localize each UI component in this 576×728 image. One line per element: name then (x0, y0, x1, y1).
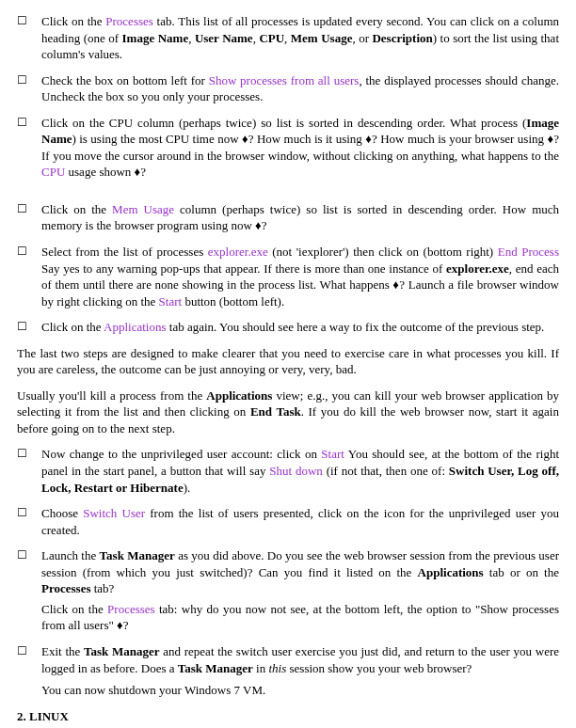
processes-link[interactable]: Processes (105, 14, 153, 28)
bold-text: User Name (195, 31, 253, 45)
checkbox-icon: ☐ (17, 244, 30, 309)
text: button (bottom left). (182, 294, 284, 309)
bullet-2: ☐ Check the box on bottom left for Show … (17, 72, 559, 105)
show-all-users-link[interactable]: Show processes from all users (209, 73, 360, 87)
checkbox-icon: ☐ (17, 319, 30, 336)
text: , (188, 31, 195, 45)
checkbox-icon: ☐ (17, 13, 30, 63)
bold-text: Image Name (122, 31, 189, 45)
bullet-10: ☐ Exit the Task Manager and repeat the s… (17, 643, 559, 699)
bullet-text: Click on the CPU column (perhaps twice) … (41, 115, 559, 181)
processes-link[interactable]: Processes (107, 602, 155, 616)
text: tab? (90, 581, 114, 595)
text: usage shown (65, 165, 134, 179)
text: Say yes to any warning pop-ups that appe… (41, 261, 446, 276)
bullet-text: Click on the Processes tab. This list of… (41, 13, 559, 63)
end-process-link[interactable]: End Process (498, 245, 559, 259)
bold-text: CPU (259, 31, 284, 45)
bullet-3: ☐ Click on the CPU column (perhaps twice… (17, 115, 559, 181)
switch-user-link[interactable]: Switch User (83, 506, 145, 520)
text: Click on the (41, 202, 112, 216)
checkbox-icon: ☐ (17, 115, 30, 181)
checkbox-icon: ☐ (17, 201, 30, 234)
bullet-text: Select from the list of processes explor… (41, 244, 559, 309)
text: Click on the (41, 320, 104, 334)
text: (if not that, then one of: (323, 464, 449, 478)
paragraph: The last two steps are designed to make … (17, 345, 559, 378)
text: ? (140, 165, 146, 179)
text: Launch the (41, 548, 100, 562)
explorer-link[interactable]: explorer.exe (208, 245, 268, 259)
text: ? (262, 218, 267, 232)
bold-text: Applications (418, 565, 484, 579)
bold-text: explorer.exe (446, 261, 509, 276)
text: in (253, 661, 269, 675)
text: tab or on the (484, 565, 559, 579)
text: tab again. You should see here a way to … (167, 320, 545, 334)
text: Choose (41, 506, 83, 520)
checkbox-icon: ☐ (17, 643, 30, 699)
diamond-icon: ♦ (242, 132, 248, 146)
mem-usage-link[interactable]: Mem Usage (112, 202, 174, 216)
bullet-text: Click on the Mem Usage column (perhaps t… (41, 201, 559, 234)
text: ) is using the most CPU time now (72, 132, 242, 146)
bold-text: Task Manager (100, 548, 175, 562)
text: , or (352, 31, 372, 45)
bullet-text: Now change to the unprivileged user acco… (41, 446, 559, 496)
bullet-5: ☐ Select from the list of processes expl… (17, 244, 559, 309)
text: Select from the list of processes (41, 245, 208, 259)
bold-text: Task Manager (84, 644, 160, 658)
bullet-text: Choose Switch User from the list of user… (41, 505, 559, 538)
bold-text: Mem Usage (291, 31, 353, 45)
bullet-7: ☐ Now change to the unprivileged user ac… (17, 446, 559, 496)
diamond-icon: ♦ (117, 618, 123, 632)
bullet-8: ☐ Choose Switch User from the list of us… (17, 505, 559, 538)
checkbox-icon: ☐ (17, 547, 30, 634)
bold-text: Task Manager (178, 661, 253, 675)
bullet-4: ☐ Click on the Mem Usage column (perhaps… (17, 201, 559, 234)
text: ). (184, 481, 191, 495)
checkbox-icon: ☐ (17, 446, 30, 496)
text: Exit the (41, 644, 84, 658)
applications-link[interactable]: Applications (104, 320, 166, 334)
checkbox-icon: ☐ (17, 505, 30, 538)
text: Now change to the unprivileged user acco… (41, 447, 321, 461)
text: Check the box on bottom left for (41, 73, 209, 87)
text: Click on the (41, 14, 105, 28)
section-heading-linux: 2. LINUX (17, 708, 559, 725)
bullet-text: Click on the Applications tab again. You… (41, 319, 559, 336)
bold-text: Processes (41, 581, 90, 595)
text: ? How much is it using (248, 132, 365, 146)
bullet-9: ☐ Launch the Task Manager as you did abo… (17, 547, 559, 634)
bullet-text: Exit the Task Manager and repeat the swi… (41, 643, 559, 699)
text: session show you your web browser? (286, 661, 472, 675)
text: Click on the (41, 602, 107, 616)
text: You can now shutdown your Windows 7 VM. (41, 683, 265, 697)
bold-text: Description (372, 31, 432, 45)
text: ? (123, 618, 129, 632)
cpu-link[interactable]: CPU (41, 165, 65, 179)
text: , (284, 31, 291, 45)
start-link[interactable]: Start (159, 294, 183, 309)
text: ? How much is your browser using (372, 132, 547, 146)
bullet-text: Launch the Task Manager as you did above… (41, 547, 559, 634)
bold-text: Applications (206, 388, 272, 403)
text: (not 'iexplorer') then click on (bottom … (268, 245, 498, 259)
checkbox-icon: ☐ (17, 72, 30, 105)
paragraph: Usually you'll kill a process from the A… (17, 388, 559, 437)
bold-text: End Task (250, 404, 301, 419)
start-link[interactable]: Start (321, 447, 344, 461)
diamond-icon: ♦ (255, 218, 262, 232)
bullet-text: Check the box on bottom left for Show pr… (41, 72, 559, 105)
text: Usually you'll kill a process from the (17, 388, 206, 403)
shutdown-link[interactable]: Shut down (269, 464, 323, 478)
bullet-6: ☐ Click on the Applications tab again. Y… (17, 319, 559, 336)
italic-text: this (268, 661, 286, 675)
text: Click on the CPU column (perhaps twice) … (41, 116, 526, 130)
bullet-1: ☐ Click on the Processes tab. This list … (17, 13, 559, 63)
